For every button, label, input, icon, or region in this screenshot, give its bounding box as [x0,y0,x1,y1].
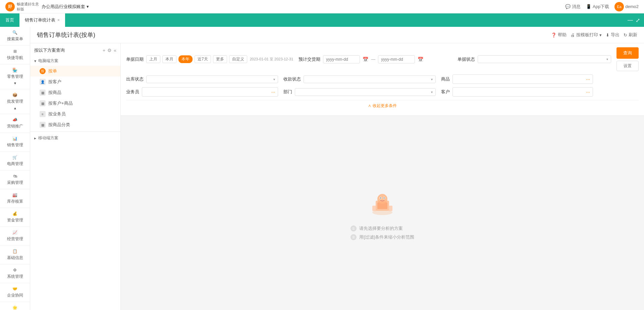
sidebar-item-enterprise[interactable]: 🤝 企业协同 [0,283,30,302]
tab-active[interactable]: 销售订单统计表 × [19,13,65,27]
sidebar-item-search[interactable]: 🔍 搜索菜单 [0,27,30,46]
scheme-group-pc-title[interactable]: ▾ 电脑端方案 [30,56,120,66]
salesperson-more-icon[interactable]: ··· [271,89,275,95]
calendar-icon-1[interactable]: 📅 [363,57,368,62]
page-actions: ❓ 帮助 🖨 按模板打印 ▾ ⬇ 导出 ↻ 刷新 [551,32,637,38]
marketing-icon: 📣 [12,117,17,122]
sidebar-item-newbie[interactable]: 🌟 新手引导 [0,302,30,310]
top-bar-title[interactable]: 办公用品行业模拟账套 ▾ [42,4,89,10]
date-btn-this-month[interactable]: 本月 [162,55,176,63]
page-header: 销售订单统计表(按单) ❓ 帮助 🖨 按模板打印 ▾ ⬇ 导出 ↻ 刷新 [30,27,644,43]
collapse-panel-button[interactable]: « [114,48,116,53]
delivery-date-from[interactable] [323,55,360,63]
svg-rect-9 [388,206,392,211]
collapse-conditions-button[interactable]: ∧ 收起更多条件 [126,100,639,111]
top-bar-left: 好 畅捷通好生意 标版 办公用品行业模拟账套 ▾ [5,2,89,11]
customer-more-icon[interactable]: ··· [586,89,590,95]
chevron-down-icon: ▾ [87,4,89,9]
scheme-item-by-salesperson[interactable]: ≡ 按业务员 [30,109,120,119]
expand-icon: ▾ [34,59,36,63]
tab-bar: 首页 销售订单统计表 × — ⤢ [0,13,644,27]
sidebar-item-basic[interactable]: 📋 基础信息 [0,246,30,264]
message-icon: 💬 [565,4,571,9]
enterprise-icon: 🤝 [12,287,17,291]
tab-minimize-button[interactable]: — [628,17,633,23]
sidebar-item-marketing[interactable]: 📣 营销推广 [0,114,30,133]
date-btn-last-month[interactable]: 上月 [146,55,160,63]
empty-state-image [366,186,399,220]
scheme-item-by-customer-product[interactable]: ▦ 按客户+商品 [30,98,120,109]
department-dropdown[interactable]: ▾ [295,88,435,96]
export-icon: ⬇ [606,33,609,38]
date-btn-group: 上月 本月 本年 近7天 更多 自定义 [146,55,247,63]
sidebar-item-ecommerce[interactable]: 🛒 电商管理 [0,152,30,170]
sidebar-item-shortcut[interactable]: ⊞ 快捷导航 [0,46,30,64]
tab-maximize-button[interactable]: ⤢ [636,17,640,23]
sales-icon: 📊 [12,136,17,141]
tab-home[interactable]: 首页 [0,13,19,27]
main-layout: 🔍 搜索菜单 ⊞ 快捷导航 🏪 零售管理 ▾ 📦 批发管理 ▴ 📣 营销推广 📊… [0,27,644,310]
scheme-item-by-order[interactable]: 按 按单 [30,66,120,76]
filter-bill-status: 单据状态 ▾ [458,55,611,63]
product-more-icon[interactable]: ··· [586,76,590,82]
expand-icon: ▸ [34,136,36,141]
settings-button[interactable]: 设置 [616,61,639,71]
tip-num-2: ② [351,234,357,240]
print-button[interactable]: 🖨 按模板打印 ▾ [571,32,602,38]
sidebar-item-wholesale[interactable]: 📦 批发管理 ▴ [0,89,30,114]
chevron-down-icon: ▾ [431,90,433,94]
date-btn-7days[interactable]: 近7天 [195,55,211,63]
tab-close-icon[interactable]: × [57,18,60,22]
sidebar-item-finance[interactable]: 💰 资金管理 [0,208,30,227]
date-btn-this-year[interactable]: 本年 [178,55,193,63]
scheme-settings-button[interactable]: ⚙ [107,48,112,53]
filter-area: 单据日期 上月 本月 本年 近7天 更多 自定义 2023-01-01 至 20… [121,43,644,116]
scheme-group-mobile-title[interactable]: ▸ 移动端方案 [30,133,120,143]
receipt-status-dropdown[interactable]: ▾ [304,75,435,83]
chevron-down-icon: ▾ [273,78,275,81]
logo-text: 畅捷通好生意 标版 [17,2,39,11]
product-dropdown[interactable]: ··· [452,74,593,84]
delivery-date-label: 预计交货期 [299,56,320,62]
add-scheme-button[interactable]: + [103,48,105,53]
tab-bar-actions: — ⤢ [628,17,644,23]
grid-icon: ⊞ [13,49,17,54]
sidebar-item-inventory[interactable]: 🏭 库存核算 [0,189,30,208]
message-button[interactable]: 💬 消息 [565,4,581,10]
separator [30,132,120,132]
refresh-button[interactable]: ↻ 刷新 [624,32,637,38]
page-title: 销售订单统计表(按单) [37,31,95,39]
date-btn-more[interactable]: 更多 [213,55,227,63]
query-button[interactable]: 查询 [616,47,639,59]
customer-dropdown[interactable]: ··· [452,87,593,97]
app-download-button[interactable]: 📱 App下载 [586,4,609,10]
sidebar-item-purchase[interactable]: 🛍 采购管理 [0,170,30,189]
delivery-status-dropdown[interactable]: ▾ [146,75,278,83]
receipt-status-label: 收款状态 [283,76,301,82]
bill-status-dropdown[interactable]: ▾ [478,55,611,63]
help-button[interactable]: ❓ 帮助 [551,32,567,38]
refresh-icon: ↻ [624,33,627,38]
department-label: 部门 [283,89,292,95]
export-button[interactable]: ⬇ 导出 [606,32,620,38]
svg-point-7 [384,198,385,199]
sidebar-item-system[interactable]: ⚙ 系统管理 [0,264,30,283]
calendar-icon-2[interactable]: 📅 [418,57,423,62]
sidebar-item-sales[interactable]: 📊 销售管理 [0,133,30,152]
customer-label: 客户 [441,89,450,95]
scheme-item-by-customer[interactable]: 👤 按客户 [30,76,120,87]
sidebar-item-operations[interactable]: 📈 经营管理 [0,227,30,246]
scheme-item-by-category[interactable]: ▦ 按商品分类 [30,119,120,130]
left-panel-title: 按以下方案查询 [34,47,65,53]
empty-illustration [366,186,399,219]
delivery-date-to[interactable] [378,55,415,63]
filter-salesperson: 业务员 ··· [126,87,278,97]
sidebar-item-retail[interactable]: 🏪 零售管理 ▾ [0,64,30,89]
salesperson-dropdown[interactable]: ··· [142,87,278,97]
date-btn-custom[interactable]: 自定义 [229,55,247,63]
filter-product: 商品 ··· [441,74,593,84]
user-menu[interactable]: Ea demo2 [614,2,639,11]
scheme-product-icon: ▦ [40,90,46,96]
scheme-item-by-product[interactable]: ▦ 按商品 [30,87,120,98]
newbie-icon: 🌟 [12,305,17,310]
